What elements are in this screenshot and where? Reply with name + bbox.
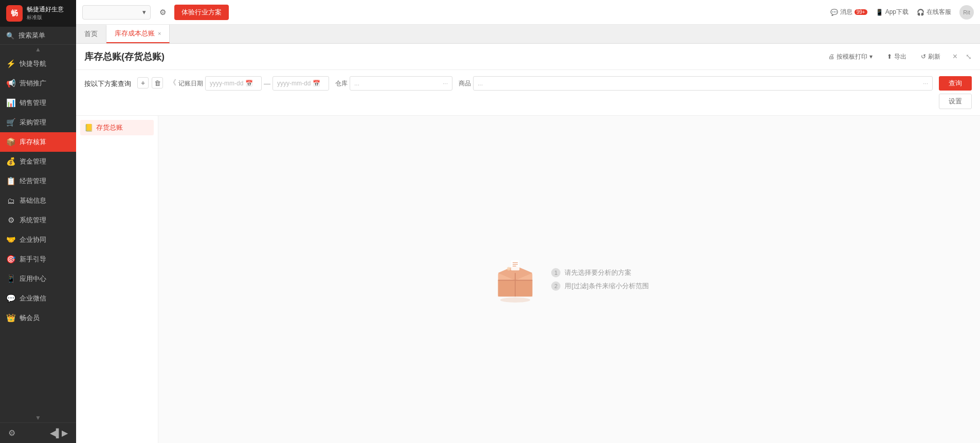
scroll-up-arrow[interactable]: ▲	[0, 45, 76, 54]
delete-filter-button[interactable]: 🗑	[152, 77, 163, 88]
date-start-input[interactable]: yyyy-mm-dd 📅	[205, 76, 262, 91]
app-version: 标准版	[27, 14, 64, 21]
refresh-button[interactable]: ↺ 刷新	[917, 50, 945, 63]
collapse-toggle-icon[interactable]: ◀▌▶	[50, 428, 68, 438]
sidebar-item-purchase[interactable]: 🛒 采购管理	[0, 113, 76, 132]
sidebar-item-appcenter[interactable]: 📱 应用中心	[0, 269, 76, 289]
sales-label: 销售管理	[20, 98, 46, 108]
sidebar: 畅 畅捷通好生意 标准版 🔍 搜索菜单 ▲ ⚡ 快捷导航 📢 营销推广 📊 销售…	[0, 0, 76, 443]
close-button[interactable]: ×	[951, 50, 959, 63]
sidebar-item-sales[interactable]: 📊 销售管理	[0, 93, 76, 113]
warehouse-field-group: 仓库 ... ···	[335, 76, 452, 91]
sales-icon: 📊	[6, 98, 15, 108]
settings-icon[interactable]: ⚙	[8, 428, 15, 438]
tab-label-home: 首页	[84, 29, 98, 39]
goods-field-group: 商品 ... ···	[459, 76, 933, 91]
app-download-button[interactable]: 📱 App下载	[876, 8, 909, 16]
ledger-icon: 📒	[84, 123, 93, 132]
calendar-start-icon: 📅	[245, 80, 253, 87]
print-template-label: 按模板打印	[837, 52, 867, 61]
sidebar-item-marketing[interactable]: 📢 营销推广	[0, 74, 76, 93]
newguide-label: 新手引导	[20, 255, 46, 264]
newguide-icon: 🎯	[6, 255, 15, 264]
warehouse-input[interactable]: ... ···	[350, 76, 452, 91]
export-button[interactable]: ⬆ 导出	[883, 50, 911, 63]
tab-home[interactable]: 首页	[76, 25, 106, 43]
system-icon: ⚙	[6, 216, 15, 225]
cooperation-label: 企业协同	[20, 235, 46, 244]
tab-close-inventory-ledger[interactable]: ×	[158, 30, 161, 37]
resize-icon[interactable]: ⤡	[966, 52, 972, 61]
date-start-placeholder: yyyy-mm-dd	[210, 80, 243, 87]
tab-label-inventory-ledger: 库存成本总账	[115, 29, 155, 38]
sidebar-bottom: ⚙ ◀▌▶	[0, 422, 76, 443]
sidebar-item-operations[interactable]: 📋 经营管理	[0, 171, 76, 191]
scroll-down-arrow[interactable]: ▼	[0, 413, 76, 422]
warehouse-more-icon: ···	[443, 80, 448, 87]
appcenter-label: 应用中心	[20, 274, 46, 283]
online-service-label: 在线客服	[927, 8, 951, 16]
content-area: 📒 存货总账	[76, 116, 980, 443]
basic-label: 基础信息	[20, 196, 46, 205]
appcenter-icon: 📱	[6, 274, 15, 283]
sidebar-item-system[interactable]: ⚙ 系统管理	[0, 210, 76, 230]
basic-icon: 🗂	[6, 197, 15, 205]
filter-collapse-button[interactable]: 《	[167, 77, 178, 88]
empty-state-content: 1 请先选择要分析的方案 2 用[过滤]条件来缩小分析范围	[489, 254, 648, 305]
goods-placeholder: ...	[478, 80, 483, 87]
app-name: 畅捷通好生意	[27, 6, 64, 14]
sidebar-item-quick-nav[interactable]: ⚡ 快捷导航	[0, 54, 76, 74]
calendar-end-icon: 📅	[313, 80, 320, 87]
sidebar-item-inventory[interactable]: 📦 库存核算	[0, 132, 76, 152]
page-header-actions: 🖨 按模板打印 ▾ ⬆ 导出 ↺ 刷新 × ⤡	[824, 50, 972, 63]
print-template-button[interactable]: 🖨 按模板打印 ▾	[824, 50, 877, 63]
purchase-label: 采购管理	[20, 118, 46, 127]
quick-nav-icon: ⚡	[6, 59, 15, 68]
app-logo: 畅 畅捷通好生意 标准版	[0, 0, 76, 27]
filter-actions: + 🗑	[137, 77, 163, 88]
user-avatar[interactable]: Rit	[959, 5, 974, 20]
online-service-button[interactable]: 🎧 在线客服	[917, 8, 951, 16]
industry-solution-button[interactable]: 体验行业方案	[174, 5, 229, 20]
sidebar-item-newguide[interactable]: 🎯 新手引导	[0, 250, 76, 269]
date-separator: —	[264, 80, 270, 87]
operations-icon: 📋	[6, 176, 15, 186]
search-menu[interactable]: 🔍 搜索菜单	[0, 27, 76, 45]
finance-icon: 💰	[6, 157, 15, 166]
left-panel-label-inventory-total: 存货总账	[96, 123, 123, 132]
sidebar-item-finance[interactable]: 💰 资金管理	[0, 152, 76, 171]
chevron-down-icon: ▾	[142, 8, 146, 16]
tab-inventory-ledger[interactable]: 库存成本总账×	[106, 25, 170, 43]
sidebar-item-cooperation[interactable]: 🤝 企业协同	[0, 230, 76, 250]
goods-input[interactable]: ... ···	[473, 76, 933, 91]
finance-label: 资金管理	[20, 157, 46, 166]
setting-button[interactable]: 设置	[939, 94, 972, 109]
sidebar-item-wechat[interactable]: 💬 企业微信	[0, 289, 76, 308]
empty-tip-1: 1 请先选择要分析的方案	[551, 268, 648, 277]
inventory-icon: 📦	[6, 137, 15, 147]
export-icon: ⬆	[887, 53, 892, 60]
system-label: 系统管理	[20, 216, 46, 225]
search-icon: 🔍	[6, 32, 14, 40]
vip-label: 畅会员	[20, 313, 40, 323]
filter-buttons: 查询 设置	[939, 76, 972, 109]
settings-gear-button[interactable]: ⚙	[155, 5, 170, 20]
date-end-input[interactable]: yyyy-mm-dd 📅	[273, 76, 329, 91]
topbar-left: ▾ ⚙ 体验行业方案	[82, 5, 830, 20]
message-label: 消息	[840, 8, 852, 16]
tip-2-number: 2	[551, 281, 560, 291]
scheme-dropdown[interactable]: ▾	[82, 5, 151, 20]
page-title: 库存总账(存货总账)	[84, 50, 165, 63]
quick-nav-label: 快捷导航	[20, 59, 46, 68]
add-filter-button[interactable]: +	[137, 77, 149, 88]
message-button[interactable]: 💬 消息 99+	[830, 8, 867, 16]
topbar: ▾ ⚙ 体验行业方案 💬 消息 99+ 📱 App下载 🎧 在线客服 Rit	[76, 0, 980, 25]
marketing-icon: 📢	[6, 79, 15, 88]
page-header: 库存总账(存货总账) 🖨 按模板打印 ▾ ⬆ 导出 ↺ 刷新 × ⤡	[76, 44, 980, 70]
left-panel-item-inventory-total[interactable]: 📒 存货总账	[80, 120, 154, 135]
svg-rect-9	[511, 260, 520, 271]
query-button[interactable]: 查询	[939, 76, 972, 91]
sidebar-item-vip[interactable]: 👑 畅会员	[0, 308, 76, 328]
main-area: ▾ ⚙ 体验行业方案 💬 消息 99+ 📱 App下载 🎧 在线客服 Rit	[76, 0, 980, 443]
sidebar-item-basic[interactable]: 🗂 基础信息	[0, 191, 76, 210]
